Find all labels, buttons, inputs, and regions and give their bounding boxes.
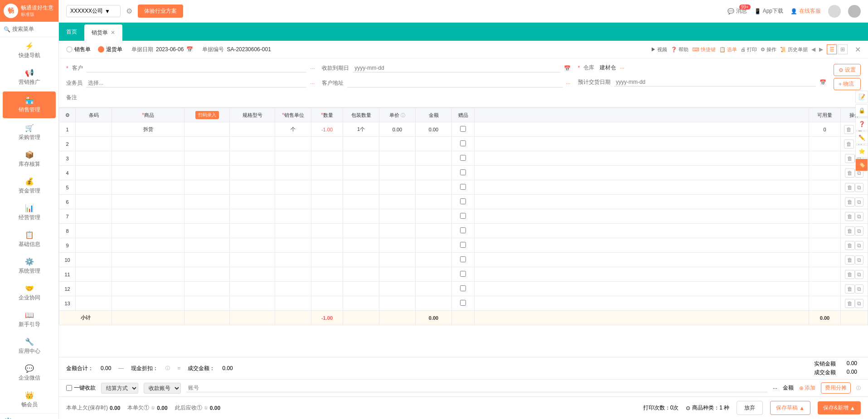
online-service-button[interactable]: 👤 在线客服 — [790, 7, 821, 15]
copy-row-8[interactable]: ⧉ — [855, 226, 863, 236]
next-icon[interactable]: ▶ — [819, 46, 823, 53]
th-settings[interactable]: ⚙ — [59, 108, 76, 122]
row-pack-1[interactable]: 1个 — [343, 122, 379, 137]
sidebar-collapse-btn[interactable]: ◀ — [16, 417, 22, 419]
gift-checkbox-8[interactable] — [460, 227, 466, 233]
save-new-button[interactable]: 保存&新增 ▲ — [818, 401, 861, 414]
calendar-icon[interactable]: 📅 — [186, 46, 193, 53]
row-pack-2[interactable] — [343, 137, 379, 151]
gift-checkbox-13[interactable] — [460, 300, 466, 306]
radio-sales-order[interactable]: 销售单 — [66, 46, 91, 53]
sidebar-item-guide[interactable]: 📖 新手引导 — [0, 306, 58, 333]
warehouse-dots[interactable]: ··· — [620, 65, 624, 71]
warehouse-value[interactable]: 建材仓 — [600, 64, 616, 72]
tab-home[interactable]: 首页 — [59, 23, 84, 41]
delivery-date-input[interactable] — [614, 78, 816, 87]
row-unit-2[interactable] — [275, 137, 311, 151]
row-amount-1[interactable]: 0.00 — [416, 122, 452, 137]
salesperson-dots[interactable]: ··· — [310, 80, 315, 87]
row-barcode-1[interactable] — [76, 122, 112, 137]
gift-checkbox-11[interactable] — [460, 271, 466, 277]
sidebar-item-system[interactable]: ⚙️ 系统管理 — [0, 253, 58, 279]
settlement-method-select[interactable]: 结算方式 — [101, 383, 138, 394]
shortcut-btn[interactable]: ⌨ 快捷键 — [692, 46, 716, 53]
row-gift-2[interactable] — [452, 137, 475, 151]
delete-row-4[interactable]: 🗑 — [845, 169, 855, 178]
settings-button[interactable]: ⚙ 设置 — [834, 64, 861, 76]
gift-checkbox-2[interactable] — [460, 140, 466, 146]
help-btn[interactable]: ❓ 帮助 — [671, 46, 689, 53]
tab-sales-order[interactable]: 销货单 ✕ — [84, 24, 122, 41]
tab-close-icon[interactable]: ✕ — [111, 29, 115, 36]
gift-checkbox-12[interactable] — [460, 285, 466, 291]
sidebar-settings-btn[interactable]: ⚙️ — [4, 417, 13, 419]
save-new-chevron-icon[interactable]: ▲ — [850, 405, 855, 411]
float-btn-3[interactable]: ❓ — [855, 118, 868, 130]
copy-row-9[interactable]: ⧉ — [855, 241, 863, 250]
sidebar-item-quick-nav[interactable]: ⚡ 快捷导航 — [0, 37, 58, 64]
copy-row-10[interactable]: ⧉ — [855, 255, 863, 265]
copy-row-13[interactable]: ⧉ — [855, 299, 863, 308]
sidebar-item-marketing[interactable]: 📢 营销推广 — [0, 64, 58, 91]
salesperson-input[interactable] — [86, 79, 306, 87]
prev-icon[interactable]: ◀ — [811, 46, 815, 53]
delete-row-12[interactable]: 🗑 — [845, 284, 855, 294]
copy-row-5[interactable]: ⧉ — [855, 183, 863, 192]
video-btn[interactable]: ▶ 视频 — [651, 46, 667, 53]
float-btn-4[interactable]: ✏️ — [855, 131, 868, 144]
expense-info-icon[interactable]: ⓘ — [856, 385, 861, 391]
sidebar-item-member[interactable]: 👑 畅会员 — [0, 386, 58, 413]
th-scan[interactable]: 扫码录入 — [184, 108, 230, 122]
receive-calendar-icon[interactable]: 📅 — [564, 65, 571, 72]
copy-row-12[interactable]: ⧉ — [855, 284, 863, 294]
delete-row-5[interactable]: 🗑 — [845, 183, 855, 192]
delete-row-9[interactable]: 🗑 — [845, 241, 855, 250]
add-payment-btn[interactable]: ⊕ 添加 — [799, 384, 815, 392]
grid-view-btn[interactable]: ⊞ — [838, 44, 848, 54]
delete-row-7[interactable]: 🗑 — [845, 212, 855, 221]
row-gift-1[interactable] — [452, 122, 475, 137]
company-selector[interactable]: XXXXXX公司 ▼ — [66, 5, 121, 17]
delivery-calendar-icon[interactable]: 📅 — [820, 79, 826, 86]
account-input[interactable] — [186, 384, 767, 392]
customer-address-input[interactable] — [347, 79, 562, 87]
sidebar-item-purchase[interactable]: 🛒 采购管理 — [0, 119, 58, 146]
receive-date-input[interactable] — [353, 64, 560, 72]
row-spec-1[interactable] — [230, 122, 275, 137]
float-btn-2[interactable]: 🔒 — [855, 104, 868, 117]
sidebar-item-operation[interactable]: 📊 经营管理 — [0, 199, 58, 226]
float-btn-5[interactable]: ⭐ — [855, 145, 868, 158]
doc-no-value[interactable]: SA-20230606-001 — [227, 46, 271, 53]
radio-return-order[interactable]: 退货单 — [98, 46, 122, 53]
delete-row-2[interactable]: 🗑 — [844, 140, 854, 149]
experience-button[interactable]: 体验行业方案 — [138, 5, 183, 18]
history-btn[interactable]: 📜 历史单据 — [780, 46, 808, 53]
row-barcode-2[interactable] — [76, 137, 112, 151]
address-dots[interactable]: ··· — [566, 80, 571, 87]
after-collection-info[interactable]: ① — [204, 405, 208, 410]
message-button[interactable]: 💬 消息 99+ — [727, 7, 747, 15]
one-click-payment-checkbox[interactable]: 一键收款 — [66, 384, 96, 392]
delete-row-1[interactable]: 🗑 — [844, 125, 854, 134]
copy-row-6[interactable]: ⧉ — [855, 197, 863, 207]
print-btn[interactable]: 🖨 打印 — [741, 46, 757, 53]
logistics-button[interactable]: + 物流 — [834, 78, 861, 90]
gift-checkbox-6[interactable] — [460, 198, 466, 204]
copy-row-7[interactable]: ⧉ — [855, 212, 863, 221]
row-spec-2[interactable] — [230, 137, 275, 151]
row-qty-2[interactable] — [311, 137, 343, 151]
settings-gear-icon[interactable]: ⚙ — [126, 7, 132, 15]
gift-checkbox-5[interactable] — [460, 184, 466, 190]
delete-row-6[interactable]: 🗑 — [845, 197, 855, 207]
date-value[interactable]: 2023-06-06 — [156, 46, 184, 53]
gift-checkbox-4[interactable] — [460, 169, 466, 175]
total-owe-info[interactable]: ① — [151, 405, 155, 410]
row-price-2[interactable] — [379, 137, 416, 151]
row-goods-2[interactable] — [112, 137, 184, 151]
float-btn-6[interactable]: 🏷️ — [855, 159, 868, 171]
customer-input[interactable] — [87, 64, 307, 72]
list-view-btn[interactable]: ☰ — [827, 44, 837, 54]
sidebar-item-finance[interactable]: 💰 资金管理 — [0, 173, 58, 199]
gift-checkbox-7[interactable] — [460, 213, 466, 219]
sidebar-item-sales[interactable]: 🏪 销售管理 — [3, 92, 56, 118]
